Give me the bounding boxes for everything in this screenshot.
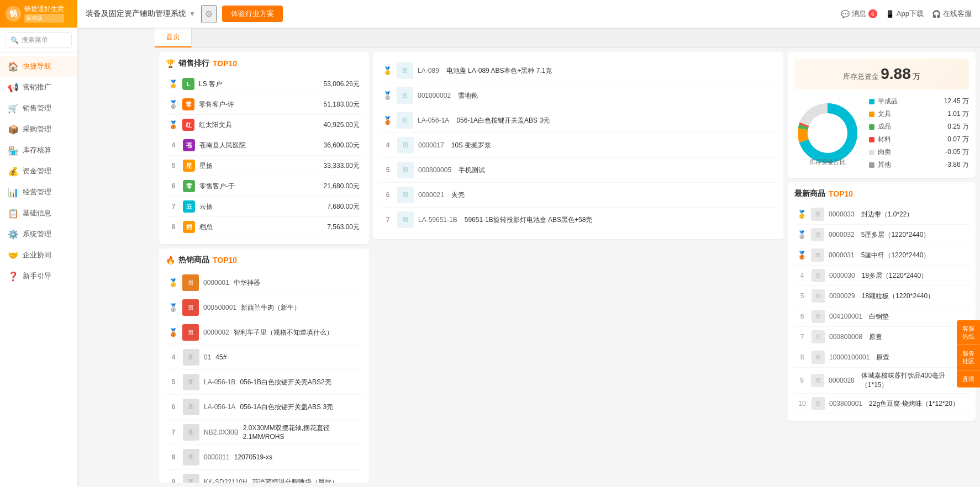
rank-number: 4 [168,353,178,361]
prod-code: LA-056-1B [204,378,235,386]
trial-btn[interactable]: 体验行业方案 [222,6,283,22]
customer-avatar: 档 [183,221,195,233]
customer-ranking-card: 🏆 销售排行 TOP10 🥇 L LS 客户 53,006.26元 🥈 零 零售… [159,52,369,244]
rank-number: 5 [797,292,807,300]
trophy-icon: 🏆 [166,59,175,68]
customer-avatar: 红 [182,119,194,131]
customer-avatar: L [182,78,194,90]
sidebar-item-label: 库存核算 [23,145,51,155]
sidebar-item-label: 基础信息 [23,208,51,218]
product-thumb: 图 [182,274,199,291]
sidebar-item-label: 营销推广 [23,82,51,92]
customer-name: 苍南县人民医院 [199,141,319,150]
prod-name: 中华神器 [234,278,360,288]
prod-name: 5厘中纤（1220*2440） [861,251,930,260]
tab-home[interactable]: 首页 [155,28,192,47]
float-button[interactable]: 服务 社区 [957,345,980,370]
product-thumb: 图 [183,424,199,441]
prod-code: 0000002 [203,329,229,336]
sidebar-item-system[interactable]: ⚙️系统管理 [0,224,77,245]
sidebar-item-label: 销售管理 [23,103,51,113]
new-prod-item: 7 图 000800008 原查 [794,327,969,347]
sidebar-item-operation[interactable]: 📊经营管理 [0,182,77,203]
sidebar-item-basic[interactable]: 📋基础信息 [0,203,77,224]
rank-medal: 🥈 [168,100,178,109]
legend-name: 肉类 [878,147,942,157]
prod-name: 花语萌恒温分腿睡袋（厚款） [252,478,360,483]
page-tabs: 首页 [155,28,980,47]
prod-code: 0000030 [829,272,855,279]
legend-dot [869,162,874,168]
prod-code: 01 [204,353,211,361]
message-item[interactable]: 💬 消息 6 [841,9,877,19]
coop-icon: 🤝 [8,250,18,260]
prod-name: 5厘多层（1220*2440） [861,230,930,240]
float-button[interactable]: 直播 [957,370,980,388]
legend-value: -0.05 万 [945,147,969,157]
sidebar-item-label: 新手引导 [23,271,51,281]
inventory-icon: 🏪 [8,145,18,155]
app-version: 标准版 [24,14,64,23]
settings-icon[interactable]: ⚙ [201,5,217,23]
topbar: 装备及固定资产辅助管理系统 ▼ ⚙ 体验行业方案 💬 消息 6 📱 App下载 … [77,0,980,28]
product-thumb: 图 [397,162,414,178]
product-thumb: 图 [397,187,414,203]
rank-number: 6 [168,182,178,190]
rank-medal: 🥇 [797,210,807,219]
sidebar-item-coop[interactable]: 🤝企业协同 [0,245,77,266]
sidebar-item-guide[interactable]: ❓新手引导 [0,266,77,287]
rank-item: 6 零 零售客户-于 21,680.00元 [166,176,362,197]
float-button[interactable]: 客服 热线 [957,320,980,346]
selling-prod-item: 7 图 LA-59651-1B 59651-1B旋转投影灯电池盒 ABS黑色+5… [380,208,777,232]
product-thumb: 图 [182,299,199,316]
app-download-label: App下载 [897,9,924,19]
prod-name: 原查 [869,332,882,342]
prod-code: 0000033 [829,210,855,218]
sidebar-item-inventory[interactable]: 🏪库存核算 [0,140,77,161]
prod-code: LA-59651-1B [418,216,457,224]
rank-number: 7 [168,428,178,436]
selling-prod-item: 4 图 0000017 10S 变频罗浆 [380,133,777,158]
hot-prod-item: 🥇 图 0000001 中华神器 [166,271,362,295]
product-thumb: 图 [397,211,414,228]
customer-amount: 36,600.00元 [324,141,360,150]
customer-avatar: 零 [182,98,194,110]
product-thumb: 图 [812,330,825,343]
prod-code: 003800001 [829,400,862,407]
rank-number: 4 [383,141,393,149]
prod-code: 000800008 [829,333,862,341]
customer-avatar: 星 [183,160,195,172]
fire-icon: 🔥 [166,256,175,264]
rank-number: 5 [383,166,393,174]
customer-avatar: 零 [183,180,195,192]
sidebar-item-label: 经营管理 [23,187,51,197]
sidebar-item-purchase[interactable]: 📦采购管理 [0,119,77,140]
prod-name: 2.0X30MM双摆花轴,摆花直径2.1MM/ROHS [243,424,360,441]
hot-prod-item: 6 图 LA-056-1A 056-1A白色按键开关盖ABS 3壳 [166,395,362,420]
prod-code: 0000031 [829,251,855,259]
sidebar-item-sales[interactable]: 🛒销售管理 [0,98,77,119]
finance-icon: 💰 [8,166,18,176]
search-menu-button[interactable]: 🔍 搜索菜单 [6,32,72,48]
legend-value: 12.45 万 [944,97,969,106]
app-download-item[interactable]: 📱 App下载 [886,9,924,19]
customer-name: 档总 [199,223,323,232]
prod-code: 0000011 [204,453,230,461]
new-products-card: 最新商品 TOP10 🥇 图 0000033 封边带（1.0*22） 🥈 图 0… [788,182,976,421]
new-prod-item: 10 图 003800001 22g鱼豆腐-烧烤味（1*12*20） [794,394,969,414]
rank-number: 7 [797,333,807,341]
sidebar-logo: 畅 畅捷通好生意 标准版 [0,0,77,28]
legend-item: 半成品 12.45 万 [869,95,969,108]
sidebar-item-finance[interactable]: 💰资金管理 [0,161,77,182]
sidebar-item-quicknav[interactable]: 🏠快捷导航 [0,56,77,77]
online-service-item[interactable]: 🎧 在线客服 [932,9,972,19]
prod-name: 22g鱼豆腐-烧烤味（1*12*20） [869,399,959,409]
product-thumb: 图 [397,87,413,104]
sidebar-item-marketing[interactable]: 📢营销推广 [0,77,77,98]
rank-medal: 🥇 [168,80,178,88]
customer-name: LS 客户 [199,80,319,89]
prod-name: 手机测试 [459,166,485,175]
sidebar-item-label: 企业协同 [23,250,51,260]
hot-products-card: 🔥 热销商品 TOP10 🥇 图 0000001 中华神器 🥈 图 000500… [159,248,369,483]
topbar-right: 💬 消息 6 📱 App下载 🎧 在线客服 [841,9,972,19]
